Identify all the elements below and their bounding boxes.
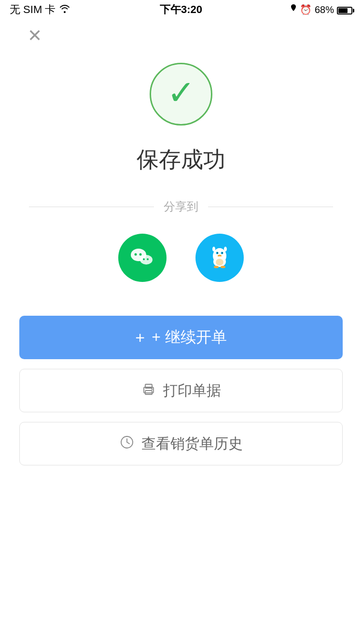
svg-point-18 — [224, 247, 227, 252]
continue-order-button[interactable]: + + 继续开单 — [19, 316, 343, 359]
share-label: 分享到 — [154, 199, 208, 214]
svg-point-4 — [143, 258, 145, 260]
print-icon — [141, 381, 156, 400]
svg-point-1 — [140, 255, 153, 265]
svg-point-10 — [217, 252, 218, 253]
checkmark-icon: ✓ — [167, 76, 195, 110]
divider-right — [208, 207, 333, 207]
continue-label: + 继续开单 — [152, 327, 227, 348]
svg-rect-21 — [145, 391, 152, 394]
alarm-icon: ⏰ — [300, 4, 312, 15]
wechat-share-button[interactable] — [118, 234, 167, 282]
share-divider: 分享到 — [0, 199, 362, 214]
close-button[interactable]: ✕ — [24, 25, 45, 46]
history-label: 查看销货单历史 — [141, 434, 243, 454]
svg-point-16 — [221, 266, 225, 268]
print-button[interactable]: 打印单据 — [19, 369, 343, 412]
share-icons — [118, 234, 244, 282]
qq-share-button[interactable] — [195, 234, 244, 282]
svg-point-2 — [135, 253, 137, 256]
continue-icon: + — [135, 328, 145, 347]
wifi-icon — [59, 3, 70, 16]
svg-point-5 — [147, 258, 149, 260]
divider-left — [29, 207, 154, 207]
action-buttons: + + 继续开单 打印单据 查看销货单历史 — [0, 316, 362, 465]
history-icon — [119, 434, 135, 453]
location-icon — [290, 4, 297, 15]
svg-point-22 — [152, 388, 153, 390]
svg-point-15 — [214, 266, 219, 268]
close-icon: ✕ — [28, 27, 42, 44]
svg-point-3 — [139, 253, 142, 256]
svg-point-14 — [216, 259, 223, 266]
status-bar: 无 SIM 卡 下午3:20 ⏰ 68% — [0, 0, 362, 19]
history-button[interactable]: 查看销货单历史 — [19, 422, 343, 465]
no-sim-text: 无 SIM 卡 — [10, 2, 56, 17]
success-circle: ✓ — [150, 63, 212, 126]
svg-point-17 — [212, 247, 215, 252]
wechat-icon — [128, 243, 157, 272]
main-content: ✓ 保存成功 分享到 — [0, 19, 362, 465]
status-right: ⏰ 68% — [290, 4, 352, 15]
svg-point-11 — [222, 252, 223, 253]
success-title: 保存成功 — [137, 145, 225, 175]
qq-icon — [205, 243, 234, 272]
battery-icon — [337, 4, 352, 15]
print-label: 打印单据 — [163, 381, 221, 401]
status-left: 无 SIM 卡 — [10, 2, 70, 17]
battery-text: 68% — [315, 4, 334, 15]
status-time: 下午3:20 — [160, 2, 202, 17]
